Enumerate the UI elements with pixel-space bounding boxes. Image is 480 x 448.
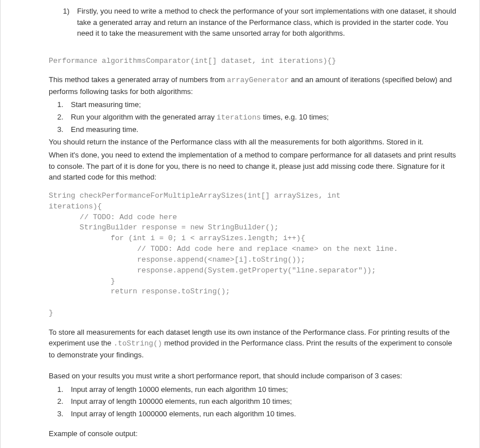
paragraph-2: You should return the instance of the Pe… xyxy=(23,136,457,148)
case-item: 3. Input array of length 1000000 element… xyxy=(57,408,457,420)
step-item: 2. Run your algorithm with the generated… xyxy=(57,112,457,123)
case-item: 1. Input array of length 10000 elements,… xyxy=(57,384,457,395)
step-item: 3. End measuring time. xyxy=(57,124,457,135)
code-block-check-performance: String checkPerformanceForMultipleArrayS… xyxy=(23,191,457,319)
case-item: 2. Input array of length 100000 elements… xyxy=(57,396,457,407)
inline-code-arraygenerator: arrayGenerator xyxy=(227,76,288,84)
step-number: 2. xyxy=(57,112,66,123)
step-item: 1. Start measuring time; xyxy=(57,99,457,110)
inline-code-iterations: iterations xyxy=(216,113,261,122)
intro-item: 1) Firstly, you need to write a method t… xyxy=(63,6,457,39)
intro-number: 1) xyxy=(63,6,74,17)
step-text: Run your algorithm with the generated ar… xyxy=(71,112,329,123)
step-text: Start measuring time; xyxy=(71,99,141,110)
paragraph-4: To store all measurements for each datas… xyxy=(23,327,457,361)
document-page: 1) Firstly, you need to write a method t… xyxy=(0,0,480,448)
intro-text: Firstly, you need to write a method to c… xyxy=(77,6,457,39)
inline-code-tostring: .toString() xyxy=(113,339,162,348)
algorithm-steps: 1. Start measuring time; 2. Run your alg… xyxy=(23,99,457,135)
example-heading: Example of console output: xyxy=(23,428,457,440)
case-text: Input array of length 1000000 elements, … xyxy=(71,408,296,420)
step-number: 1. xyxy=(57,99,66,110)
cases-list: 1. Input array of length 10000 elements,… xyxy=(23,384,457,420)
paragraph-5: Based on your results you must write a s… xyxy=(23,370,457,382)
step-text: End measuring time. xyxy=(71,124,138,135)
case-text: Input array of length 10000 elements, ru… xyxy=(71,384,288,395)
paragraph-3: When it's done, you need to extend the i… xyxy=(23,150,457,183)
case-number: 3. xyxy=(57,408,66,420)
case-text: Input array of length 100000 elements, r… xyxy=(71,396,292,407)
method-signature-1: Performance algorithmsComparator(int[] d… xyxy=(23,56,457,67)
case-number: 2. xyxy=(57,396,66,407)
step-number: 3. xyxy=(57,124,66,135)
paragraph-1: This method takes a generated array of n… xyxy=(23,74,457,97)
intro-list: 1) Firstly, you need to write a method t… xyxy=(23,6,457,39)
case-number: 1. xyxy=(57,384,66,395)
